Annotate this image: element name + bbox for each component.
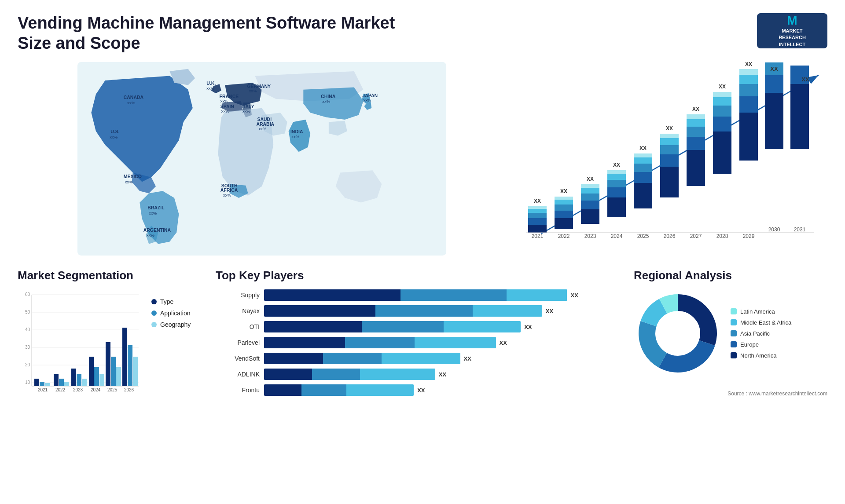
player-bar-nayax: XX [264, 305, 621, 317]
legend-dot-geography [151, 322, 157, 327]
legend-dot-type [151, 299, 157, 304]
logo: M MARKET RESEARCH INTELLECT [757, 13, 827, 48]
svg-rect-134 [89, 357, 94, 386]
svg-text:2023: 2023 [584, 233, 596, 239]
svg-text:XX: XX [770, 66, 778, 72]
donut-svg [634, 289, 722, 377]
svg-rect-50 [581, 201, 599, 209]
svg-rect-123 [40, 382, 44, 386]
legend-item-application: Application [151, 310, 191, 317]
reg-dot-asia-pacific [731, 330, 737, 336]
svg-text:2024: 2024 [91, 387, 101, 392]
legend-item-geography: Geography [151, 321, 191, 328]
reg-dot-north-america [731, 352, 737, 358]
svg-text:CANADA: CANADA [124, 95, 144, 100]
svg-text:30: 30 [25, 345, 30, 350]
svg-rect-91 [739, 113, 758, 161]
svg-text:10: 10 [25, 380, 30, 385]
svg-rect-74 [660, 134, 679, 138]
player-row-vendsoft: VendSoft XX [216, 353, 621, 364]
svg-text:2021: 2021 [38, 387, 48, 392]
svg-rect-73 [660, 138, 679, 145]
svg-rect-139 [111, 357, 116, 386]
svg-text:SOUTH: SOUTH [221, 183, 238, 188]
svg-rect-131 [77, 374, 81, 386]
player-name-vendsoft: VendSoft [216, 355, 260, 362]
regional-legend: Latin America Middle East & Africa Asia … [731, 308, 791, 359]
player-val-oti: XX [524, 324, 532, 330]
svg-point-151 [657, 312, 699, 354]
svg-rect-38 [528, 209, 547, 213]
legend-item-type: Type [151, 298, 191, 305]
reg-dot-middle-east [731, 319, 737, 325]
svg-text:2030: 2030 [768, 226, 780, 233]
players-title: Top Key Players [216, 269, 621, 282]
svg-text:SPAIN: SPAIN [220, 104, 234, 109]
players-section: Top Key Players Supply XX Nayax [216, 269, 621, 400]
svg-rect-53 [581, 184, 599, 188]
svg-rect-99 [765, 75, 783, 93]
map-svg: CANADA xx% U.S. xx% MEXICO xx% BRAZIL xx… [18, 62, 506, 256]
svg-text:SAUDI: SAUDI [257, 117, 272, 122]
logo-box: M MARKET RESEARCH INTELLECT [757, 13, 827, 48]
svg-text:XX: XX [801, 76, 809, 83]
svg-rect-88 [713, 92, 731, 97]
svg-text:FRANCE: FRANCE [220, 94, 239, 99]
legend-label-application: Application [160, 310, 191, 317]
player-bar-parlevel: XX [264, 337, 621, 348]
svg-rect-46 [555, 197, 573, 200]
svg-text:INDIA: INDIA [290, 130, 303, 135]
svg-rect-52 [581, 188, 599, 194]
svg-rect-135 [94, 367, 99, 386]
svg-rect-92 [739, 96, 758, 113]
svg-rect-80 [687, 119, 705, 127]
player-bar-oti: XX [264, 321, 621, 332]
svg-text:xx%: xx% [149, 211, 157, 215]
player-row-frontu: Frontu XX [216, 384, 621, 396]
svg-rect-98 [765, 93, 783, 149]
player-val-vendsoft: XX [464, 355, 471, 362]
regional-section: Regional Analysis [634, 269, 827, 397]
svg-text:xx%: xx% [223, 193, 231, 197]
svg-rect-43 [555, 211, 573, 218]
svg-text:xx%: xx% [147, 233, 154, 237]
svg-text:CHINA: CHINA [321, 94, 336, 99]
svg-text:2025: 2025 [107, 387, 118, 392]
svg-rect-45 [555, 200, 573, 205]
segmentation-svg: 60 50 40 30 20 10 [18, 289, 141, 395]
logo-m: M [779, 14, 806, 28]
player-bar-frontu: XX [264, 384, 621, 396]
svg-rect-86 [713, 106, 731, 117]
player-name-oti: OTI [216, 323, 260, 330]
svg-text:xx%: xx% [221, 109, 229, 113]
svg-rect-66 [634, 157, 652, 164]
donut-chart [634, 289, 722, 377]
svg-rect-144 [133, 357, 138, 386]
svg-rect-138 [106, 342, 110, 386]
page-title: Vending Machine Management Software Mark… [18, 13, 414, 53]
player-val-frontu: XX [417, 387, 425, 394]
svg-rect-57 [607, 187, 626, 197]
svg-text:XX: XX [587, 176, 594, 182]
svg-rect-67 [634, 153, 652, 157]
svg-text:xx%: xx% [125, 179, 133, 184]
svg-text:2028: 2028 [716, 233, 728, 239]
svg-rect-130 [71, 369, 76, 386]
svg-rect-143 [128, 345, 132, 386]
segmentation-section: Market Segmentation 60 50 40 30 20 10 [18, 269, 202, 395]
svg-text:XX: XX [613, 162, 620, 168]
svg-text:2026: 2026 [664, 233, 676, 239]
svg-text:2026: 2026 [124, 387, 134, 392]
svg-rect-72 [660, 145, 679, 154]
bar-chart-svg: XX 2021 XX 2022 XX 2023 XX 20 [519, 62, 827, 256]
players-bars: Supply XX Nayax [216, 289, 621, 396]
svg-rect-49 [581, 209, 599, 224]
svg-rect-60 [607, 170, 626, 174]
player-name-adlink: ADLINK [216, 371, 260, 378]
svg-rect-85 [713, 117, 731, 131]
svg-text:BRAZIL: BRAZIL [147, 205, 165, 210]
svg-rect-63 [634, 183, 652, 208]
player-name-supply: Supply [216, 292, 260, 299]
svg-text:2025: 2025 [637, 233, 649, 239]
player-name-frontu: Frontu [216, 387, 260, 394]
